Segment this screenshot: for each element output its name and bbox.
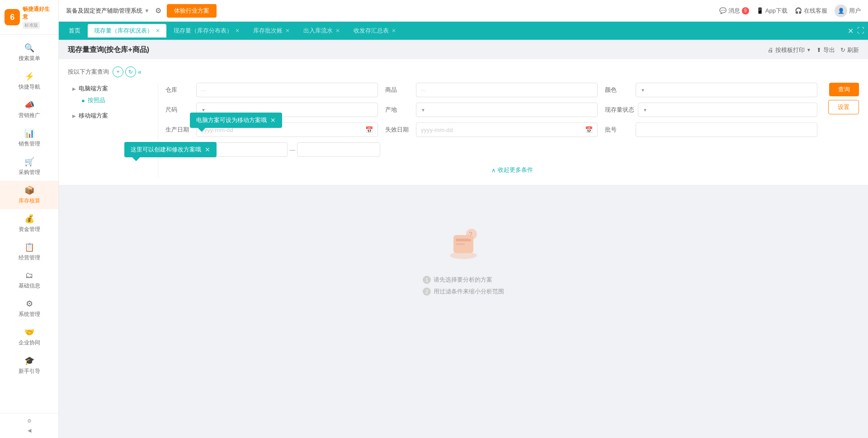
logo: 6 畅捷通好生意 标准版 bbox=[0, 0, 58, 35]
message-icon: 💬 bbox=[719, 7, 726, 14]
page-actions: 🖨 按模板打印 ▼ ⬆ 导出 ↻ 刷新 bbox=[768, 46, 859, 54]
stock-status-select[interactable]: ▼ bbox=[638, 103, 817, 117]
goods-select[interactable]: ··· bbox=[416, 83, 598, 97]
topbar-right: 💬 消息 9 📱 App下载 🎧 在线客服 👤 用户 bbox=[719, 5, 861, 17]
app-download-btn[interactable]: 📱 App下载 bbox=[756, 7, 788, 15]
add-scheme-btn[interactable]: + bbox=[113, 66, 123, 77]
folder-icon: 🗂 bbox=[25, 271, 33, 280]
system-selector[interactable]: 装备及固定资产辅助管理系统 ▼ bbox=[66, 7, 150, 15]
search-buttons: 查询 设置 bbox=[825, 83, 859, 114]
graduation-icon: 🎓 bbox=[24, 356, 34, 366]
tab-collect[interactable]: 收发存汇总表 ✕ bbox=[347, 24, 402, 38]
sidebar-item-operation[interactable]: 📋 经营管理 bbox=[0, 238, 58, 266]
tooltip-close-2[interactable]: ✕ bbox=[205, 146, 210, 153]
color-select[interactable]: ▼ bbox=[636, 83, 817, 97]
tree-arrow-desktop: ▶ bbox=[72, 86, 76, 91]
page-header: 现存量查询(按仓库+商品) 🖨 按模板打印 ▼ ⬆ 导出 ↻ 刷新 bbox=[59, 40, 868, 55]
settings-icon: ⚙ bbox=[27, 418, 32, 424]
service-btn[interactable]: 🎧 在线客服 bbox=[795, 7, 827, 15]
filter-title-row: 按以下方案查询 + ↻ « bbox=[68, 66, 859, 77]
sidebar-settings[interactable]: ⚙ bbox=[27, 418, 32, 424]
tab-in-out[interactable]: 出入库流水 ✕ bbox=[297, 24, 346, 38]
tree-desktop[interactable]: ▶ 电脑端方案 bbox=[72, 83, 153, 94]
gear-icon: ⚙ bbox=[26, 299, 33, 309]
content-area: 现存量查询(按仓库+商品) 🖨 按模板打印 ▼ ⬆ 导出 ↻ 刷新 bbox=[59, 40, 868, 438]
tooltip-close-1[interactable]: ✕ bbox=[270, 117, 276, 124]
lightning-icon: ⚡ bbox=[24, 71, 34, 81]
empty-step-2: 2 用过滤条件来缩小分析范围 bbox=[423, 286, 504, 297]
search-button[interactable]: 查询 bbox=[829, 83, 859, 96]
reset-button[interactable]: 设置 bbox=[828, 100, 859, 114]
sidebar-item-enterprise[interactable]: 🤝 企业协同 bbox=[0, 323, 58, 351]
tab-inventory-dist[interactable]: 现存量（库存分布表） ✕ bbox=[167, 24, 246, 38]
arrow-left-icon[interactable]: « bbox=[138, 68, 142, 75]
batch-no-input[interactable] bbox=[636, 122, 817, 137]
tree-mobile[interactable]: ▶ 移动端方案 bbox=[72, 110, 153, 122]
tab-inventory-status[interactable]: 现存量（库存状况表） ✕ bbox=[88, 24, 166, 38]
tree-item-goods[interactable]: ● 按照品 bbox=[81, 94, 153, 106]
filter-row-1: 仓库 ··· 商品 ··· bbox=[165, 83, 817, 97]
user-avatar: 👤 bbox=[835, 5, 847, 17]
sidebar-nav: 🔍 搜索菜单 ⚡ 快捷导航 📣 营销推广 📊 销售管理 🛒 采购管理 📦 bbox=[0, 35, 58, 413]
scheme-panel: ▶ 电脑端方案 ● 按照品 ▶ bbox=[68, 83, 158, 178]
sidebar-collapse[interactable]: ◀ bbox=[28, 428, 31, 433]
print-icon: 🖨 bbox=[768, 47, 774, 53]
export-btn[interactable]: ⬆ 导出 bbox=[816, 46, 835, 54]
tab-close-collect[interactable]: ✕ bbox=[392, 28, 396, 34]
sidebar-item-search[interactable]: 🔍 搜索菜单 bbox=[0, 38, 58, 67]
sidebar-item-finance[interactable]: 💰 资金管理 bbox=[0, 209, 58, 238]
cart-icon: 🛒 bbox=[24, 157, 34, 167]
message-btn[interactable]: 💬 消息 9 bbox=[719, 7, 749, 15]
export-icon: ⬆ bbox=[816, 47, 821, 53]
empty-step-1: 1 请先选择要分析的方案 bbox=[423, 274, 504, 286]
svg-text:?: ? bbox=[469, 231, 472, 238]
expiry-date-input[interactable]: yyyy-mm-dd 📅 bbox=[416, 122, 598, 137]
filter-expiry-date: 失效日期 yyyy-mm-dd 📅 bbox=[385, 122, 598, 137]
sidebar-item-guide[interactable]: 🎓 新手引导 bbox=[0, 351, 58, 380]
logo-text: 畅捷通好生意 标准版 bbox=[23, 5, 54, 29]
sidebar: 6 畅捷通好生意 标准版 🔍 搜索菜单 ⚡ 快捷导航 📣 营销推广 📊 销售管理 bbox=[0, 0, 59, 438]
chevron-down-icon: ▼ bbox=[144, 8, 150, 14]
tab-close-inventory-batch[interactable]: ✕ bbox=[285, 28, 290, 34]
sidebar-item-system[interactable]: ⚙ 系统管理 bbox=[0, 294, 58, 323]
stock-main-max[interactable] bbox=[297, 142, 380, 157]
tree-arrow-mobile: ▶ bbox=[72, 113, 76, 118]
print-arrow-icon: ▼ bbox=[807, 47, 811, 52]
empty-steps: 1 请先选择要分析的方案 2 用过滤条件来缩小分析范围 bbox=[423, 274, 504, 297]
refresh-btn[interactable]: ↻ 刷新 bbox=[840, 46, 859, 54]
sidebar-item-purchase[interactable]: 🛒 采购管理 bbox=[0, 152, 58, 181]
tab-close-inventory-status[interactable]: ✕ bbox=[156, 28, 160, 34]
sidebar-item-basic[interactable]: 🗂 基础信息 bbox=[0, 266, 58, 294]
tab-close-in-out[interactable]: ✕ bbox=[335, 28, 340, 34]
phone-icon: 📱 bbox=[756, 7, 764, 14]
tooltip-scheme-name: 电脑方案可设为移动方案哦 ✕ bbox=[190, 113, 282, 128]
origin-select[interactable]: ▼ bbox=[416, 103, 598, 117]
topbar-left: 装备及固定资产辅助管理系统 ▼ ⚙ 体验行业方案 bbox=[66, 4, 217, 18]
tab-inventory-batch[interactable]: 库存批次账 ✕ bbox=[247, 24, 296, 38]
chevron-up-icon: ∧ bbox=[491, 167, 496, 174]
refresh-scheme-btn[interactable]: ↻ bbox=[125, 66, 136, 77]
warehouse-select[interactable]: ··· bbox=[196, 83, 378, 97]
refresh-icon: ↻ bbox=[840, 47, 845, 53]
svg-rect-2 bbox=[456, 239, 471, 241]
trial-button[interactable]: 体验行业方案 bbox=[167, 4, 217, 18]
scheme-tree: ▶ 电脑端方案 ● 按照品 ▶ bbox=[72, 83, 153, 122]
sidebar-item-inventory[interactable]: 📦 库存核算 bbox=[0, 181, 58, 209]
topbar-settings-icon[interactable]: ⚙ bbox=[155, 6, 161, 15]
stock-main-range: — bbox=[204, 142, 380, 157]
print-btn[interactable]: 🖨 按模板打印 ▼ bbox=[768, 46, 811, 54]
sidebar-item-marketing[interactable]: 📣 营销推广 bbox=[0, 95, 58, 124]
tab-close-all-icon[interactable]: ✕ bbox=[848, 27, 854, 35]
sidebar-item-sales[interactable]: 📊 销售管理 bbox=[0, 124, 58, 152]
tab-close-inventory-dist[interactable]: ✕ bbox=[235, 28, 240, 34]
tab-bar: 首页 现存量（库存状况表） ✕ 现存量（库存分布表） ✕ 库存批次账 ✕ 出入库… bbox=[59, 22, 868, 40]
collapse-icon: ◀ bbox=[28, 428, 31, 433]
empty-state: ? 1 请先选择要分析的方案 2 用过滤条件来缩小分析范围 bbox=[59, 185, 868, 325]
more-conditions-btn[interactable]: ∧ 收起更多条件 bbox=[165, 162, 859, 178]
box-icon: 📦 bbox=[24, 185, 34, 195]
user-btn[interactable]: 👤 用户 bbox=[835, 5, 861, 17]
tab-fullscreen-icon[interactable]: ⛶ bbox=[857, 27, 864, 35]
sidebar-item-quicknav[interactable]: ⚡ 快捷导航 bbox=[0, 67, 58, 95]
stock-main-min[interactable] bbox=[204, 142, 288, 157]
tab-home[interactable]: 首页 bbox=[62, 24, 87, 38]
